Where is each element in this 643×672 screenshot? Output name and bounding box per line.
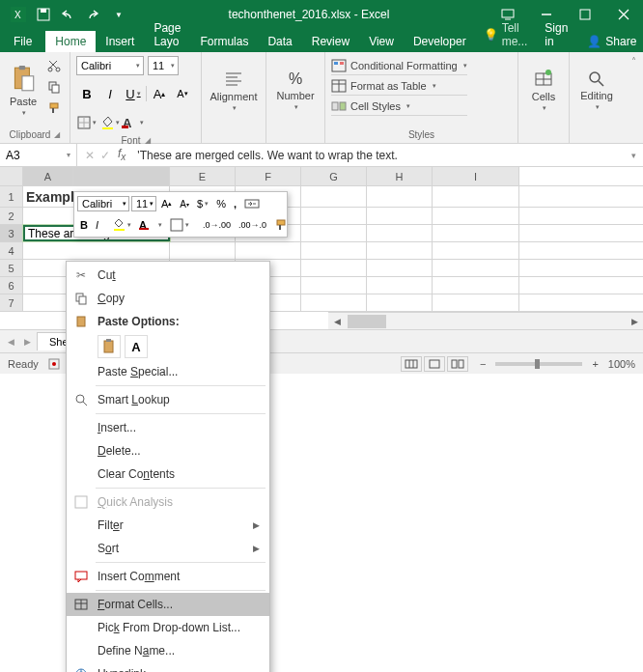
collapse-ribbon-icon[interactable]: ˄ bbox=[624, 52, 643, 143]
tab-formulas[interactable]: Formulas bbox=[190, 31, 258, 52]
cm-filter[interactable]: Filter▶ bbox=[67, 514, 269, 537]
zoom-slider[interactable] bbox=[495, 362, 582, 366]
tab-review[interactable]: Review bbox=[302, 31, 359, 52]
cm-define-name[interactable]: Define Name... bbox=[67, 639, 269, 662]
sign-in[interactable]: Sign in bbox=[535, 17, 577, 52]
conditional-formatting-button[interactable]: Conditional Formatting▾ bbox=[331, 56, 467, 75]
select-all-corner[interactable] bbox=[0, 167, 23, 185]
format-painter-button[interactable] bbox=[44, 98, 64, 118]
cm-format-cells[interactable]: Format Cells... bbox=[67, 593, 269, 616]
font-launcher-icon[interactable]: ◢ bbox=[145, 136, 151, 145]
mini-format-painter[interactable] bbox=[271, 216, 291, 234]
row-header-5[interactable]: 5 bbox=[0, 260, 23, 276]
mini-increase-font[interactable]: A▴ bbox=[158, 196, 175, 211]
col-header-merged[interactable] bbox=[73, 167, 170, 185]
tab-insert[interactable]: Insert bbox=[96, 31, 144, 52]
cm-paste-special[interactable]: Paste Special... bbox=[67, 360, 269, 383]
view-normal-button[interactable] bbox=[401, 356, 422, 372]
col-header-I[interactable]: I bbox=[433, 167, 519, 185]
save-icon[interactable] bbox=[33, 4, 54, 25]
mini-merge-center[interactable] bbox=[241, 195, 263, 212]
view-page-break-button[interactable] bbox=[447, 356, 468, 372]
mini-percent-format[interactable]: % bbox=[213, 196, 229, 211]
zoom-in-icon[interactable]: + bbox=[592, 358, 598, 370]
cm-hyperlink[interactable]: Hyperlink... bbox=[67, 662, 269, 672]
font-color-button[interactable]: A▾ bbox=[123, 112, 144, 133]
mini-increase-decimal[interactable]: .0→.00 bbox=[200, 218, 234, 232]
increase-font-button[interactable]: A▴ bbox=[149, 83, 170, 104]
qat-customize-icon[interactable]: ▼ bbox=[108, 4, 129, 25]
undo-icon[interactable] bbox=[58, 4, 79, 25]
cm-clear-contents[interactable]: Clear Contents bbox=[67, 462, 269, 486]
format-as-table-button[interactable]: Format as Table▾ bbox=[331, 76, 467, 96]
cm-pick-list[interactable]: Pick From Drop-down List... bbox=[67, 616, 269, 639]
italic-button[interactable]: I bbox=[99, 83, 121, 104]
fx-icon[interactable]: fx bbox=[118, 147, 131, 162]
mini-decrease-font[interactable]: A▾ bbox=[177, 197, 192, 211]
cm-sort[interactable]: Sort▶ bbox=[67, 537, 269, 560]
font-size-combo[interactable]: 11▾ bbox=[148, 56, 179, 75]
tab-page-layout[interactable]: Page Layo bbox=[144, 17, 190, 52]
fill-color-button[interactable]: ▾ bbox=[99, 112, 121, 133]
name-box[interactable]: A3▾ bbox=[0, 144, 77, 166]
macro-record-icon[interactable] bbox=[48, 358, 60, 370]
mini-bold[interactable]: B bbox=[77, 217, 91, 233]
paste-button[interactable]: Paste▾ bbox=[6, 56, 41, 126]
mini-comma-format[interactable]: , bbox=[231, 196, 239, 211]
cm-delete[interactable]: Delete... bbox=[67, 439, 269, 462]
cm-insert-comment[interactable]: Insert Comment bbox=[67, 565, 269, 588]
bold-button[interactable]: B bbox=[76, 83, 98, 104]
row-header-6[interactable]: 6 bbox=[0, 277, 23, 294]
tab-view[interactable]: View bbox=[359, 31, 404, 52]
paste-option-values[interactable]: A bbox=[125, 335, 148, 358]
alignment-button[interactable]: Alignment▾ bbox=[208, 56, 260, 126]
mini-accounting-format[interactable]: $▾ bbox=[194, 196, 211, 211]
decrease-font-button[interactable]: A▾ bbox=[172, 83, 193, 104]
mini-fill-color[interactable]: ▾ bbox=[109, 216, 134, 234]
col-header-A[interactable]: A bbox=[23, 167, 73, 185]
tab-developer[interactable]: Developer bbox=[404, 31, 476, 52]
font-name-combo[interactable]: Calibri▾ bbox=[76, 56, 144, 75]
row-header-1[interactable]: 1 bbox=[0, 186, 23, 207]
row-header-3[interactable]: 3 bbox=[0, 225, 23, 241]
mini-italic[interactable]: I bbox=[93, 217, 101, 233]
mini-borders[interactable]: ▾ bbox=[167, 216, 192, 234]
col-header-F[interactable]: F bbox=[236, 167, 301, 185]
col-header-E[interactable]: E bbox=[170, 167, 236, 185]
cm-insert[interactable]: Insert... bbox=[67, 416, 269, 439]
copy-button[interactable] bbox=[44, 77, 64, 97]
zoom-control[interactable]: − + 100% bbox=[480, 358, 635, 370]
view-page-layout-button[interactable] bbox=[424, 356, 445, 372]
underline-button[interactable]: U▾ bbox=[123, 83, 144, 104]
cut-button[interactable] bbox=[44, 56, 64, 75]
tell-me[interactable]: 💡Tell me... bbox=[476, 17, 536, 52]
editing-button[interactable]: Editing▾ bbox=[575, 56, 618, 126]
cm-smart-lookup[interactable]: Smart Lookup bbox=[67, 388, 269, 411]
zoom-level[interactable]: 100% bbox=[608, 358, 635, 370]
col-header-H[interactable]: H bbox=[367, 167, 433, 185]
close-icon[interactable] bbox=[604, 0, 643, 29]
cm-cut[interactable]: ✂Cut bbox=[67, 264, 269, 287]
redo-icon[interactable] bbox=[83, 4, 104, 25]
sheet-nav-prev-icon[interactable]: ◀ bbox=[4, 337, 18, 347]
row-header-4[interactable]: 4 bbox=[0, 242, 23, 259]
tab-file[interactable]: File bbox=[0, 31, 45, 52]
horizontal-scrollbar[interactable]: ◀▶ bbox=[328, 312, 643, 329]
formula-input[interactable]: 'These are merged cells. We want to wrap… bbox=[131, 149, 624, 162]
borders-button[interactable]: ▾ bbox=[76, 112, 98, 133]
cm-copy[interactable]: Copy bbox=[67, 287, 269, 310]
share-button[interactable]: 👤Share bbox=[577, 31, 643, 52]
paste-option-default[interactable] bbox=[98, 335, 121, 358]
number-button[interactable]: %Number▾ bbox=[272, 56, 319, 126]
cells-button[interactable]: Cells▾ bbox=[524, 56, 563, 126]
sheet-nav-next-icon[interactable]: ▶ bbox=[20, 337, 35, 347]
row-header-7[interactable]: 7 bbox=[0, 294, 23, 311]
tab-data[interactable]: Data bbox=[258, 31, 301, 52]
zoom-out-icon[interactable]: − bbox=[480, 358, 486, 370]
mini-decrease-decimal[interactable]: .00→.0 bbox=[236, 218, 269, 232]
mini-font-combo[interactable]: Calibri▾ bbox=[77, 196, 129, 211]
expand-formula-bar-icon[interactable]: ▾ bbox=[624, 151, 643, 160]
cell-styles-button[interactable]: Cell Styles▾ bbox=[331, 97, 467, 116]
mini-font-color[interactable]: A▾ bbox=[136, 217, 165, 233]
col-header-G[interactable]: G bbox=[301, 167, 367, 185]
